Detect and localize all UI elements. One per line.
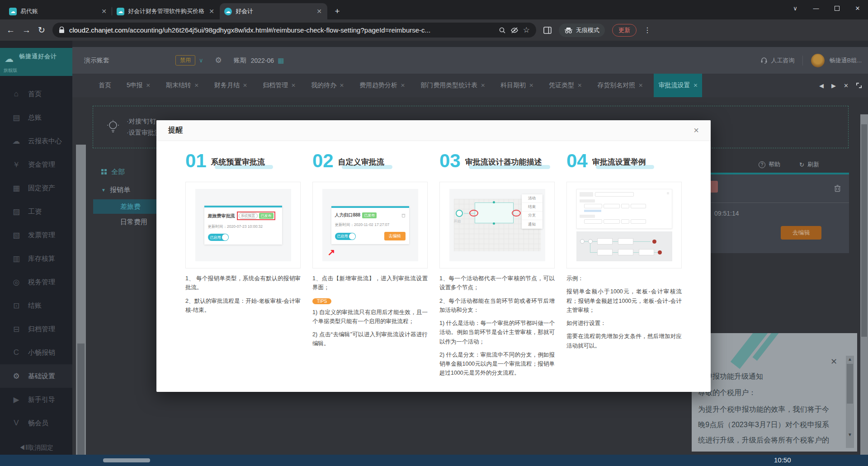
refresh-label: 刷新: [807, 160, 819, 169]
taskbar-scrollbar-thumb[interactable]: [103, 458, 150, 462]
sidebar-item-invoice[interactable]: ▧发票管理: [0, 223, 72, 247]
tab-monthly-close[interactable]: 财务月结✕: [210, 74, 252, 97]
tab-close-icon[interactable]: ✕: [401, 82, 405, 89]
tab-close-icon[interactable]: ✕: [194, 82, 199, 89]
tab-voucher-type[interactable]: 凭证类型✕: [544, 74, 586, 97]
unpin-sidebar-button[interactable]: ◀‖取消固定: [0, 444, 72, 452]
tab-expense-trend[interactable]: 费用趋势分析✕: [355, 74, 410, 97]
side-panel-icon[interactable]: [543, 27, 552, 34]
eye-blocked-icon[interactable]: [510, 27, 519, 34]
calendar-icon[interactable]: ▦: [278, 56, 284, 65]
sidebar-item-inventory[interactable]: ▥库存核算: [0, 247, 72, 270]
avatar[interactable]: [811, 54, 825, 67]
maximize-button[interactable]: [826, 0, 847, 16]
flow-step: [618, 249, 633, 255]
sidebar-item-beginner-guide[interactable]: ▶新手引导: [0, 388, 72, 411]
minimize-button[interactable]: —: [806, 0, 826, 16]
scroll-up-icon[interactable]: ▲: [846, 357, 854, 362]
notice-body: 为提升个税申报功能的效率，我们将于今晚9点后（2023年3月7日）对个税申报系统…: [698, 402, 829, 452]
scroll-down-icon[interactable]: ▼: [846, 432, 854, 437]
update-browser-button[interactable]: 更新: [612, 24, 637, 37]
sidebar-item-archive[interactable]: ⊟归档管理: [0, 317, 72, 341]
forward-icon[interactable]: →: [22, 25, 31, 35]
tab-home[interactable]: 首页: [94, 74, 116, 97]
tab-declare[interactable]: 5申报✕: [122, 74, 155, 97]
reload-icon[interactable]: ↻: [38, 25, 45, 35]
sidebar-item-tax[interactable]: ◎税务管理: [0, 270, 72, 294]
tab-approval-flow-settings[interactable]: 审批流设置✕: [654, 74, 702, 97]
browser-tab-haokuaiji-pricing[interactable]: ☁ 好会计财务管理软件购买价格及优 ✕: [112, 3, 220, 19]
sidebar-item-payroll[interactable]: ▨工资: [0, 200, 72, 223]
tab-close-icon[interactable]: ✕: [316, 8, 323, 15]
sidebar-item-label: 结账: [28, 301, 42, 310]
browser-tab-haokuaiji-active[interactable]: ☁ 好会计 ✕: [220, 3, 327, 19]
tab-close-icon[interactable]: ✕: [577, 82, 582, 89]
period-value[interactable]: 2022-06: [251, 57, 274, 64]
tab-todo[interactable]: 我的待办✕: [307, 74, 349, 97]
sidebar-item-home[interactable]: ⌂首页: [0, 82, 72, 106]
section-custom-flow: 02 自定义审批流 人力归口888 已发布 更新时间：2020-11-02 17…: [312, 152, 428, 382]
tab-search-icon[interactable]: ∨: [785, 0, 806, 16]
sidebar-item-label: 资金管理: [28, 160, 55, 169]
settings-gear-icon[interactable]: ⚙: [215, 56, 222, 65]
thumbnail-panel: 差旅费审批流 系统预置 已发布 更新时间：2020-07-23 10:00:32…: [195, 189, 291, 261]
scrollbar-thumb[interactable]: [77, 344, 85, 461]
sidebar-item-basic-settings[interactable]: ⚙基础设置: [0, 364, 72, 388]
sidebar-item-membership[interactable]: V畅会员: [0, 411, 72, 435]
tab-close-icon[interactable]: ✕: [638, 82, 643, 89]
modal-close-icon[interactable]: ×: [693, 125, 699, 136]
support-link[interactable]: 人工咨询: [760, 56, 794, 65]
sidebar-item-funds[interactable]: ￥资金管理: [0, 153, 72, 176]
tab-close-icon[interactable]: ✕: [100, 8, 108, 15]
tab-archive[interactable]: 归档管理✕: [258, 74, 300, 97]
chevron-down-icon[interactable]: ∨: [199, 57, 203, 64]
modal-title: 提醒: [168, 126, 183, 135]
tab-close-icon[interactable]: ✕: [693, 82, 698, 89]
panel-scrollbar[interactable]: ▼: [76, 145, 86, 466]
menu-item: 通知: [522, 220, 542, 229]
refresh-button[interactable]: ↻ 刷新: [799, 160, 819, 169]
page-scrollbar[interactable]: ▼: [860, 114, 868, 466]
sidebar-item-xiaochang-reimburse[interactable]: C小畅报销: [0, 341, 72, 364]
tab-close-icon[interactable]: ✕: [291, 82, 296, 89]
scrollbar-thumb[interactable]: [847, 364, 853, 404]
tab-close-icon[interactable]: ✕: [146, 82, 151, 89]
scroll-tabs-right-icon[interactable]: ▶: [831, 82, 836, 89]
browser-menu-icon[interactable]: ⋮: [644, 26, 651, 34]
bookmark-star-icon[interactable]: ☆: [523, 25, 530, 35]
notice-scrollbar[interactable]: ▲ ▼: [846, 356, 854, 448]
url-text[interactable]: cloud2.chanjet.com/accounting/uh26t264j5…: [69, 26, 494, 34]
tab-dept-expense-stats[interactable]: 部门费用类型统计表✕: [416, 74, 490, 97]
browser-tab-yidaizhang[interactable]: ☁ 易代账 ✕: [5, 3, 112, 19]
sidebar-item-closing[interactable]: ⊡结账: [0, 294, 72, 317]
sidebar-item-fixed-assets[interactable]: ▦固定资产: [0, 176, 72, 200]
tab-close-icon[interactable]: ✕: [243, 82, 247, 89]
trash-icon[interactable]: [834, 184, 841, 192]
tab-close-icon[interactable]: ✕: [340, 82, 344, 89]
paragraph: 1、点击【新增审批流】，进入到审批流设置界面；: [312, 274, 428, 292]
tab-close-icon[interactable]: ✕: [208, 8, 215, 15]
notice-close-icon[interactable]: ✕: [830, 357, 837, 367]
archive-icon: ⊟: [12, 325, 21, 334]
address-bar[interactable]: cloud2.chanjet.com/accounting/uh26t264j5…: [52, 23, 536, 38]
back-icon[interactable]: ←: [6, 25, 15, 35]
close-all-tabs-icon[interactable]: ✕: [844, 82, 849, 89]
sidebar-item-general-ledger[interactable]: ▤总账: [0, 106, 72, 129]
tab-close-icon[interactable]: ✕: [481, 82, 485, 89]
tab-close-icon[interactable]: ✕: [529, 82, 533, 89]
tab-period-end-carryover[interactable]: 期末结转✕: [161, 74, 203, 97]
search-icon[interactable]: [499, 27, 506, 34]
tab-account-initial[interactable]: 科目期初✕: [496, 74, 538, 97]
fullscreen-icon[interactable]: [856, 83, 862, 88]
go-edit-button[interactable]: 去编辑: [781, 226, 821, 240]
scroll-tabs-left-icon[interactable]: ◀: [819, 82, 824, 89]
user-name[interactable]: 畅捷通B组...: [829, 56, 862, 65]
scrollbar-thumb[interactable]: [861, 124, 867, 337]
sidebar-item-label: 首页: [28, 90, 42, 99]
new-tab-button[interactable]: +: [331, 5, 344, 18]
sidebar-item-cloud-reports[interactable]: ☁云报表中心: [0, 129, 72, 153]
reimburse-icon: C: [12, 348, 21, 357]
close-window-button[interactable]: ✕: [847, 0, 868, 16]
help-button[interactable]: ? 帮助: [759, 160, 780, 169]
tab-inventory-alias[interactable]: 存货别名对照✕: [593, 74, 647, 97]
